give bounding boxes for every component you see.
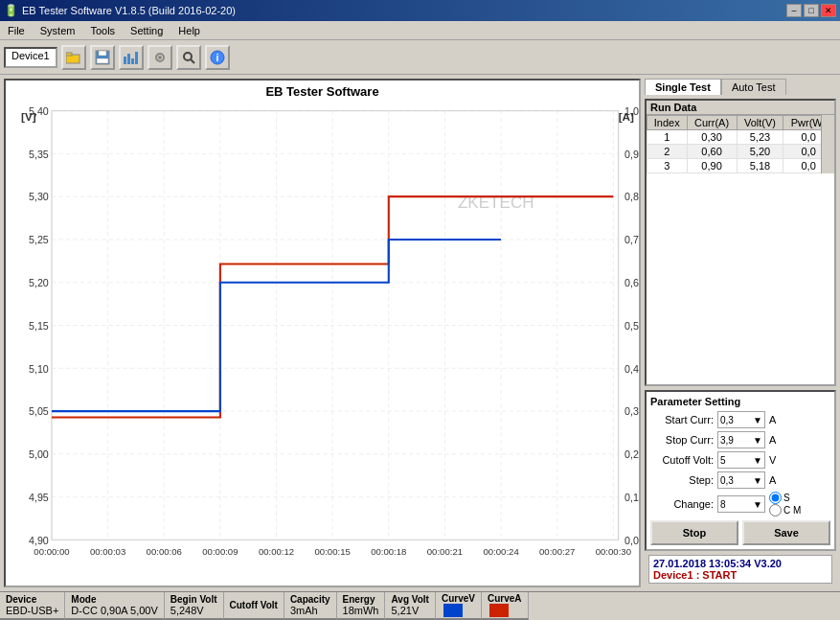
begin-volt-value: 5,248V bbox=[170, 605, 217, 616]
stop-curr-input[interactable]: 3,9▼ bbox=[717, 431, 765, 448]
start-curr-label: Start Curr: bbox=[650, 414, 715, 425]
minimize-button[interactable]: – bbox=[786, 4, 802, 17]
tab-auto-test[interactable]: Auto Test bbox=[721, 79, 786, 95]
table-row: 10,305,230,0 bbox=[647, 130, 834, 145]
svg-text:00:00:03: 00:00:03 bbox=[90, 546, 125, 557]
chart-area: EB Tester Software bbox=[4, 79, 641, 587]
start-curr-input[interactable]: 0,3▼ bbox=[717, 411, 765, 428]
svg-text:0,60: 0,60 bbox=[624, 277, 639, 288]
curvea-swatch bbox=[489, 604, 509, 617]
menu-tools[interactable]: Tools bbox=[86, 24, 119, 37]
mode-col-header: Mode bbox=[71, 594, 158, 605]
right-panel: Single Test Auto Test Run Data Index Cur… bbox=[645, 79, 836, 587]
svg-text:4,90: 4,90 bbox=[29, 535, 49, 546]
curvev-header: CurveV bbox=[442, 593, 475, 604]
svg-text:0,90: 0,90 bbox=[624, 149, 639, 160]
table-row: 30,905,180,0 bbox=[647, 159, 834, 173]
param-section: Parameter Setting Start Curr: 0,3▼ A Sto… bbox=[645, 390, 836, 551]
svg-rect-7 bbox=[131, 58, 134, 64]
step-input[interactable]: 0,3▼ bbox=[717, 471, 765, 489]
radio-cm-label: C M bbox=[783, 505, 801, 516]
radio-s[interactable] bbox=[769, 492, 782, 504]
avg-volt-cell: Avg Volt 5,21V bbox=[385, 592, 435, 620]
svg-text:0,80: 0,80 bbox=[624, 191, 639, 202]
change-radio-group: S C M bbox=[769, 492, 801, 517]
device-label-cell: Device EBD-USB+ bbox=[0, 592, 65, 620]
cutoff-volt-unit: V bbox=[769, 454, 776, 466]
search-button[interactable] bbox=[176, 45, 201, 70]
change-input[interactable]: 8▼ bbox=[717, 495, 765, 513]
tools-button[interactable] bbox=[148, 45, 172, 70]
svg-text:0,40: 0,40 bbox=[624, 363, 639, 375]
chart-container: 5,40 5,35 5,30 5,25 5,20 5,15 5,10 5,05 … bbox=[6, 101, 639, 581]
start-curr-row: Start Curr: 0,3▼ A bbox=[650, 411, 830, 428]
svg-text:00:00:18: 00:00:18 bbox=[371, 546, 406, 557]
svg-text:0,50: 0,50 bbox=[624, 320, 639, 332]
svg-rect-3 bbox=[99, 51, 106, 56]
status-datetime: 27.01.2018 13:05:34 V3.20 bbox=[653, 558, 828, 569]
svg-text:i: i bbox=[216, 52, 218, 63]
svg-rect-1 bbox=[66, 53, 72, 56]
svg-point-10 bbox=[158, 56, 162, 59]
menu-file[interactable]: File bbox=[4, 24, 29, 37]
svg-text:4,95: 4,95 bbox=[29, 492, 49, 503]
svg-rect-5 bbox=[124, 57, 126, 64]
svg-text:[A]: [A] bbox=[619, 110, 634, 123]
toolbar: Device1 i bbox=[0, 40, 840, 75]
svg-text:5,05: 5,05 bbox=[29, 405, 49, 417]
menu-setting[interactable]: Setting bbox=[126, 24, 167, 37]
svg-text:5,00: 5,00 bbox=[29, 448, 49, 460]
change-label: Change: bbox=[650, 498, 715, 510]
run-data-table: Index Curr(A) Volt(V) Pwr(W) 10,305,230,… bbox=[647, 115, 834, 173]
device-col-value: EBD-USB+ bbox=[6, 605, 58, 616]
title-bar: 🔋 EB Tester Software V1.8.5 (Build 2016-… bbox=[0, 0, 840, 21]
cutoff-volt-row: Cutoff Volt: 5▼ V bbox=[650, 451, 830, 469]
save-button2[interactable]: Save bbox=[742, 520, 830, 545]
radio-cm[interactable] bbox=[769, 504, 782, 517]
chart-button[interactable] bbox=[119, 45, 144, 70]
save-button[interactable] bbox=[90, 45, 115, 70]
close-button[interactable]: ✕ bbox=[821, 4, 836, 17]
main-content: EB Tester Software bbox=[0, 75, 840, 591]
open-button[interactable] bbox=[61, 45, 86, 70]
svg-text:5,20: 5,20 bbox=[29, 277, 49, 288]
curvea-cell: CurveA bbox=[482, 592, 529, 620]
svg-text:0,70: 0,70 bbox=[624, 234, 639, 245]
maximize-button[interactable]: □ bbox=[804, 4, 819, 17]
change-row: Change: 8▼ S C M bbox=[650, 492, 830, 517]
svg-text:00:00:30: 00:00:30 bbox=[596, 546, 631, 557]
button-row: Stop Save bbox=[650, 520, 830, 545]
avg-volt-value: 5,21V bbox=[391, 605, 428, 616]
chart-title: EB Tester Software bbox=[6, 80, 639, 101]
cutoff-volt-header: Cutoff Volt bbox=[230, 600, 278, 610]
chart-svg: 5,40 5,35 5,30 5,25 5,20 5,15 5,10 5,05 … bbox=[6, 101, 639, 581]
svg-text:5,35: 5,35 bbox=[29, 149, 49, 160]
info-button[interactable]: i bbox=[205, 45, 230, 70]
svg-text:5,25: 5,25 bbox=[29, 234, 49, 245]
svg-text:0,30: 0,30 bbox=[624, 405, 639, 417]
capacity-cell: Capacity 3mAh bbox=[284, 592, 337, 620]
tab-single-test[interactable]: Single Test bbox=[645, 79, 721, 95]
device-col-header: Device bbox=[6, 594, 58, 605]
stop-button[interactable]: Stop bbox=[650, 520, 738, 545]
tabs: Single Test Auto Test bbox=[645, 79, 836, 95]
svg-text:5,30: 5,30 bbox=[29, 191, 49, 202]
curvea-header: CurveA bbox=[488, 593, 522, 604]
svg-rect-4 bbox=[97, 58, 108, 63]
mode-cell: Mode D-CC 0,90A 5,00V bbox=[65, 592, 165, 620]
bottom-bar: Device EBD-USB+ Mode D-CC 0,90A 5,00V Be… bbox=[0, 591, 840, 620]
svg-text:00:00:12: 00:00:12 bbox=[259, 546, 294, 557]
energy-value: 18mWh bbox=[343, 605, 379, 616]
mode-col-value: D-CC 0,90A 5,00V bbox=[71, 605, 158, 616]
svg-text:0,00: 0,00 bbox=[624, 535, 639, 546]
svg-text:0,20: 0,20 bbox=[624, 448, 639, 460]
step-row: Step: 0,3▼ A bbox=[650, 471, 830, 489]
svg-rect-6 bbox=[127, 54, 130, 64]
cutoff-volt-cell: Cutoff Volt bbox=[224, 592, 284, 620]
menu-system[interactable]: System bbox=[36, 24, 79, 37]
cutoff-volt-input[interactable]: 5▼ bbox=[717, 451, 765, 469]
device-selector[interactable]: Device1 bbox=[4, 47, 57, 68]
menu-help[interactable]: Help bbox=[174, 24, 204, 37]
begin-volt-header: Begin Volt bbox=[170, 594, 217, 605]
stop-curr-row: Stop Curr: 3,9▼ A bbox=[650, 431, 830, 448]
